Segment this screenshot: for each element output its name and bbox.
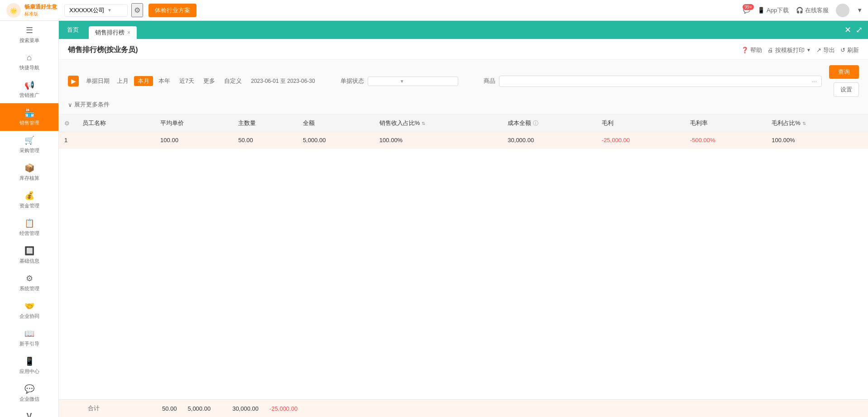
date-tab-more[interactable]: 更多 <box>200 76 219 86</box>
footer-total-amount: 5,000.00 <box>182 405 216 412</box>
tab-label: 销售排行榜 <box>95 29 125 37</box>
data-table: ⚙ 员工名称 平均单价 主数量 全额 销售收入占比% ⇅ <box>59 115 868 149</box>
date-tabs: 上月 本月 本年 近7天 更多 自定义 <box>113 76 245 86</box>
top-right-area: 💬 99+ 📱 App下载 🎧 在线客服 ▼ <box>743 4 863 17</box>
sidebar-item-enterprise-wechat[interactable]: 💬 企业微信 <box>0 379 58 407</box>
print-icon: 🖨 <box>767 47 773 53</box>
date-tab-7days[interactable]: 近7天 <box>176 76 198 86</box>
col-header-total-amount: 全额 <box>297 115 374 132</box>
system-icon: ⚙ <box>26 273 33 283</box>
sidebar-item-marketing[interactable]: 📢 营销推广 <box>0 76 58 103</box>
operation-icon: 📋 <box>24 218 34 228</box>
sidebar-item-purchase-mgmt[interactable]: 🛒 采购管理 <box>0 131 58 158</box>
sidebar-item-inventory[interactable]: 📦 库存核算 <box>0 158 58 186</box>
app-center-icon: 📱 <box>24 356 34 366</box>
status-filter-select[interactable]: ▼ <box>368 77 458 86</box>
headset-icon: 🎧 <box>796 7 803 14</box>
sidebar-item-enterprise-collab[interactable]: 🤝 企业协同 <box>0 297 58 324</box>
sidebar: ☰ 搜索菜单 ⌂ 快捷导航 📢 营销推广 🏪 销售管理 🛒 采购管理 <box>0 21 59 417</box>
trial-btn[interactable]: 体验行业方案 <box>149 4 197 17</box>
footer-total-label: 合计 <box>64 404 146 412</box>
finance-icon: 💰 <box>24 191 34 201</box>
basic-info-icon: 🔲 <box>24 246 34 256</box>
status-select-arrow-icon: ▼ <box>400 79 404 84</box>
app-container: 🌟 畅康通好生意 标准版 XXXXXX公司 ▼ ⚙ 体验行业方案 💬 99+ 📱… <box>0 0 868 417</box>
settings-icon-btn[interactable]: ⚙ <box>131 3 143 17</box>
goods-filter-input[interactable]: ··· <box>499 76 822 87</box>
sidebar-item-search-order[interactable]: ☰ 搜索菜单 <box>0 21 58 48</box>
purchase-icon: 🛒 <box>24 135 34 145</box>
col-header-gross-profit: 毛利 <box>596 115 685 132</box>
company-name: XXXXXX公司 <box>69 6 105 14</box>
app-logo-icon: 🌟 <box>5 2 22 19</box>
footer-main-qty: 50.00 <box>157 405 182 412</box>
filter-row: ▶ 单据日期 上月 本月 本年 近7天 更多 自定义 <box>68 65 859 97</box>
status-filter-item: 单据状态 ▼ <box>340 77 458 86</box>
sidebar-item-app-center[interactable]: 📱 应用中心 <box>0 352 58 379</box>
sales-pct-sort-icon[interactable]: ⇅ <box>422 121 425 126</box>
tab-home[interactable]: 首页 <box>59 21 87 39</box>
tab-close-icon[interactable]: × <box>127 29 130 36</box>
help-btn[interactable]: ❓ 帮助 <box>741 46 762 54</box>
sidebar-item-vip[interactable]: V 畅会员 <box>0 407 58 417</box>
col-header-employee-name: 员工名称 <box>77 115 155 132</box>
export-btn[interactable]: ↗ 导出 <box>816 46 835 54</box>
app-download[interactable]: 📱 App下载 <box>758 6 789 14</box>
cell-gross-margin: -500.00% <box>685 132 766 149</box>
col-settings-icon[interactable]: ⚙ <box>64 120 70 127</box>
wechat-icon: 💬 <box>24 384 34 394</box>
marketing-icon: 📢 <box>24 80 34 90</box>
filter-expand-arrow-btn[interactable]: ▶ <box>68 76 79 86</box>
online-service[interactable]: 🎧 在线客服 <box>796 6 829 14</box>
col-header-settings: ⚙ <box>59 115 77 132</box>
gross-pct-sort-icon[interactable]: ⇅ <box>802 121 806 126</box>
home-icon: ⌂ <box>27 53 32 62</box>
tab-actions: ✕ ⤢ <box>844 25 868 35</box>
sidebar-items: ☰ 搜索菜单 ⌂ 快捷导航 📢 营销推广 🏪 销售管理 🛒 采购管理 <box>0 21 58 417</box>
user-avatar[interactable] <box>836 4 849 17</box>
sidebar-item-finance[interactable]: 💰 资金管理 <box>0 186 58 214</box>
export-icon: ↗ <box>816 47 821 53</box>
date-range-display: 2023-06-01 至 2023-06-30 <box>251 77 315 85</box>
company-selector[interactable]: XXXXXX公司 ▼ <box>64 4 128 17</box>
phone-icon: 📱 <box>758 7 765 14</box>
table-header-row: ⚙ 员工名称 平均单价 主数量 全额 销售收入占比% ⇅ <box>59 115 868 132</box>
main-area: ☰ 搜索菜单 ⌂ 快捷导航 📢 营销推广 🏪 销售管理 🛒 采购管理 <box>0 21 868 417</box>
notification-area[interactable]: 💬 99+ <box>743 7 750 14</box>
refresh-btn[interactable]: ↺ 刷新 <box>840 46 859 54</box>
user-name[interactable]: ▼ <box>857 7 863 14</box>
goods-filter-label: 商品 <box>484 77 495 85</box>
query-btn[interactable]: 查询 <box>829 65 859 79</box>
sidebar-item-sales-mgmt[interactable]: 🏪 销售管理 <box>0 103 58 131</box>
top-bar: 🌟 畅康通好生意 标准版 XXXXXX公司 ▼ ⚙ 体验行业方案 💬 99+ 📱… <box>0 0 868 21</box>
filter-settings-btn[interactable]: 设置 <box>834 82 859 97</box>
sidebar-item-new-guide[interactable]: 📖 新手引导 <box>0 324 58 352</box>
print-btn[interactable]: 🖨 按模板打印 ▼ <box>767 46 811 54</box>
expand-more-btn[interactable]: ∨ 展开更多条件 <box>68 101 859 109</box>
logo-text: 畅康通好生意 标准版 <box>24 3 57 17</box>
col-header-avg-price: 平均单价 <box>155 115 233 132</box>
date-tab-this-month[interactable]: 本月 <box>134 76 153 86</box>
chevron-down-expand-icon: ∨ <box>68 101 72 108</box>
sidebar-item-operation[interactable]: 📋 经营管理 <box>0 214 58 241</box>
footer-cost-amount: 30,000.00 <box>227 405 264 412</box>
sidebar-item-quick-nav[interactable]: ⌂ 快捷导航 <box>0 48 58 76</box>
sidebar-item-basic-info[interactable]: 🔲 基础信息 <box>0 241 58 269</box>
cost-amount-help-icon[interactable]: ⓘ <box>533 120 538 126</box>
cell-gross-pct: 100.00% <box>766 132 868 149</box>
col-header-main-qty: 主数量 <box>233 115 297 132</box>
inventory-icon: 📦 <box>24 163 34 173</box>
tab-maximize-icon[interactable]: ⤢ <box>856 25 863 35</box>
tab-close-window-icon[interactable]: ✕ <box>844 25 851 35</box>
date-tab-this-year[interactable]: 本年 <box>155 76 174 86</box>
sidebar-item-system-mgmt[interactable]: ⚙ 系统管理 <box>0 269 58 297</box>
col-header-gross-pct: 毛利占比% ⇅ <box>766 115 868 132</box>
search-icon: ☰ <box>26 25 33 35</box>
date-tab-last-month[interactable]: 上月 <box>113 76 132 86</box>
tab-sales-ranking[interactable]: 销售排行榜 × <box>89 26 137 39</box>
table-footer: 合计 50.00 5,000.00 30,000.00 -25,000.00 <box>59 399 868 417</box>
cell-main-qty: 50.00 <box>233 132 297 149</box>
cell-total-amount: 5,000.00 <box>297 132 374 149</box>
date-tab-custom[interactable]: 自定义 <box>221 76 245 86</box>
collab-icon: 🤝 <box>24 301 34 311</box>
